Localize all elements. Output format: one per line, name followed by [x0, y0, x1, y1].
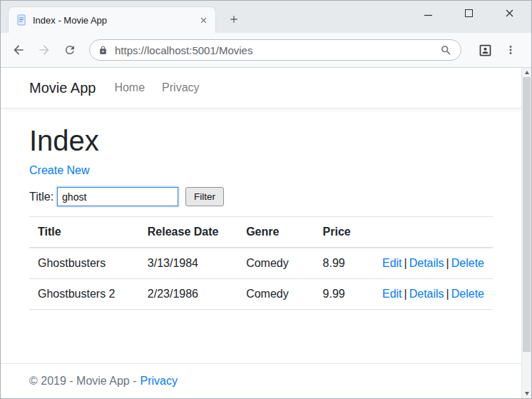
delete-link[interactable]: Delete: [451, 257, 484, 269]
price-cell: 9.99: [314, 279, 374, 310]
minimize-icon: [424, 9, 432, 17]
reload-button[interactable]: [58, 38, 82, 62]
tab-favicon-icon: [16, 14, 27, 26]
details-link[interactable]: Details: [409, 288, 444, 300]
tab-close-icon[interactable]: [197, 14, 210, 26]
copyright-text: © 2019 - Movie App -: [29, 375, 137, 388]
action-separator: |: [404, 257, 407, 269]
brand-link[interactable]: Movie App: [29, 80, 96, 96]
title-filter-input[interactable]: [57, 187, 178, 206]
scroll-up-icon: [525, 71, 529, 74]
action-separator: |: [404, 288, 407, 300]
profile-icon: [478, 43, 493, 58]
scroll-down-icon: [525, 392, 529, 395]
nav-privacy-link[interactable]: Privacy: [162, 81, 199, 94]
action-separator: |: [446, 288, 449, 300]
browser-tab[interactable]: Index - Movie App: [8, 6, 216, 33]
filter-button[interactable]: Filter: [185, 187, 224, 206]
delete-link[interactable]: Delete: [451, 288, 484, 300]
close-icon: [506, 9, 513, 17]
header-genre: Genre: [237, 217, 314, 248]
new-tab-button[interactable]: [223, 9, 245, 30]
site-navbar: Movie App Home Privacy: [1, 68, 521, 108]
back-button[interactable]: [6, 38, 31, 62]
plus-icon: [228, 14, 240, 25]
scroll-up-button[interactable]: [522, 68, 531, 77]
lock-icon[interactable]: [98, 46, 108, 55]
header-title: Title: [29, 217, 139, 248]
table-header-row: Title Release Date Genre Price: [29, 217, 493, 248]
reload-icon: [63, 44, 76, 56]
more-vert-icon: [504, 44, 517, 56]
edit-link[interactable]: Edit: [382, 257, 402, 269]
main-content: Index Create New Title: Filter Title Rel…: [1, 108, 521, 363]
filter-form: Title: Filter: [29, 187, 493, 206]
browser-toolbar: https://localhost:5001/Movies: [1, 33, 531, 68]
page-content: Movie App Home Privacy Index Create New …: [1, 68, 521, 398]
back-arrow-icon: [11, 43, 26, 57]
nav-home-link[interactable]: Home: [114, 81, 145, 94]
header-actions: [374, 217, 493, 248]
actions-cell: Edit|Details|Delete: [374, 248, 493, 279]
genre-cell: Comedy: [237, 248, 314, 279]
create-new-link[interactable]: Create New: [29, 164, 89, 177]
action-separator: |: [446, 257, 449, 269]
site-footer: © 2019 - Movie App - Privacy: [1, 363, 521, 398]
genre-cell: Comedy: [237, 279, 314, 310]
tab-title: Index - Movie App: [33, 15, 191, 26]
movie-row: Ghostbusters 2 2/23/1986 Comedy 9.99 Edi…: [29, 279, 493, 310]
menu-button[interactable]: [498, 38, 523, 62]
release-date-cell: 3/13/1984: [139, 248, 237, 279]
maximize-icon: [465, 9, 473, 17]
forward-arrow-icon: [37, 43, 51, 57]
page-scrollbar[interactable]: [521, 68, 531, 398]
window-controls: [408, 2, 530, 24]
web-page: Movie App Home Privacy Index Create New …: [1, 68, 531, 398]
browser-window: Index - Movie App: [0, 0, 532, 399]
movies-table: Title Release Date Genre Price Ghostbust…: [29, 216, 493, 310]
price-cell: 8.99: [314, 248, 374, 279]
header-price: Price: [314, 217, 374, 248]
scroll-down-button[interactable]: [522, 389, 531, 398]
search-icon[interactable]: [440, 44, 452, 56]
maximize-button[interactable]: [449, 2, 489, 24]
scrollbar-thumb[interactable]: [523, 77, 531, 352]
header-release-date: Release Date: [139, 217, 237, 248]
actions-cell: Edit|Details|Delete: [374, 279, 493, 310]
minimize-button[interactable]: [408, 2, 449, 24]
edit-link[interactable]: Edit: [382, 288, 402, 300]
title-filter-label: Title:: [29, 191, 53, 203]
footer-privacy-link[interactable]: Privacy: [140, 375, 178, 388]
forward-button[interactable]: [32, 38, 56, 62]
profile-button[interactable]: [473, 38, 497, 62]
details-link[interactable]: Details: [409, 257, 444, 269]
url-text: https://localhost:5001/Movies: [115, 44, 433, 56]
movie-title-cell: Ghostbusters: [29, 248, 139, 279]
movie-row: Ghostbusters 3/13/1984 Comedy 8.99 Edit|…: [29, 248, 493, 279]
movie-title-cell: Ghostbusters 2: [29, 279, 139, 310]
page-title: Index: [29, 124, 493, 157]
browser-titlebar: Index - Movie App: [1, 1, 531, 33]
close-button[interactable]: [489, 2, 530, 24]
release-date-cell: 2/23/1986: [139, 279, 237, 310]
address-bar[interactable]: https://localhost:5001/Movies: [89, 39, 461, 61]
